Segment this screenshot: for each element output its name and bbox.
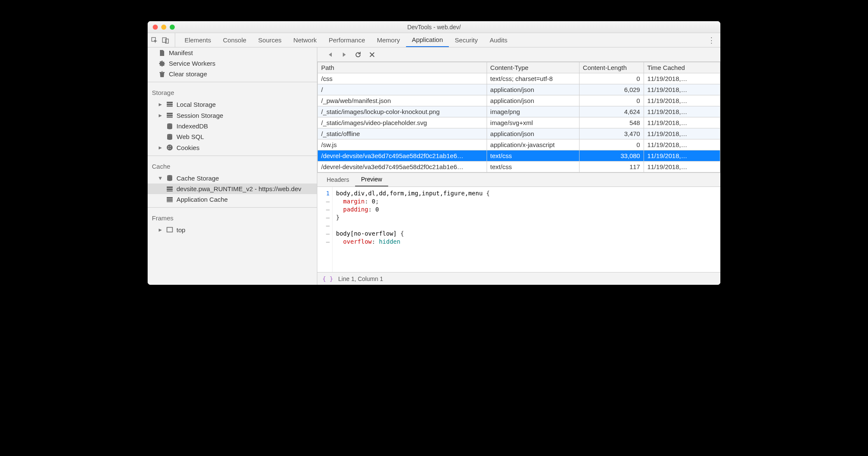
cache-table: Path Content-Type Content-Length Time Ca… xyxy=(317,62,720,172)
grid-icon xyxy=(166,101,173,108)
grid-icon xyxy=(166,186,173,192)
svg-rect-5 xyxy=(167,106,173,107)
table-header-row: Path Content-Type Content-Length Time Ca… xyxy=(318,62,720,73)
sidebar-item-clear-storage[interactable]: Clear storage xyxy=(148,69,317,79)
table-cell: /_static/images/video-placeholder.svg xyxy=(318,117,487,128)
gutter-dash: – xyxy=(317,222,330,230)
svg-point-16 xyxy=(167,175,172,177)
table-row[interactable]: /_static/offlineapplication/json3,47011/… xyxy=(318,128,720,139)
subtab-preview[interactable]: Preview xyxy=(355,173,388,186)
table-cell: /devrel-devsite/va3e6d7c495ae58d2f0c21ab… xyxy=(318,150,487,161)
svg-rect-18 xyxy=(167,189,173,190)
tab-performance[interactable]: Performance xyxy=(323,33,371,47)
tab-console[interactable]: Console xyxy=(217,33,252,47)
sidebar-item-cache-storage[interactable]: ▾ Cache Storage xyxy=(148,172,317,184)
svg-rect-8 xyxy=(167,117,173,118)
sidebar-label: Cookies xyxy=(176,144,199,151)
table-row[interactable]: /devrel-devsite/va3e6d7c495ae58d2f0c21ab… xyxy=(318,150,720,161)
minimize-window-button[interactable] xyxy=(161,25,166,30)
sidebar-item-local-storage[interactable]: ▸ Local Storage xyxy=(148,99,317,110)
table-row[interactable]: /devrel-devsite/va3e6d7c495ae58d2f0c21ab… xyxy=(318,161,720,172)
close-window-button[interactable] xyxy=(153,25,158,30)
table-cell: 117 xyxy=(579,161,644,172)
zoom-window-button[interactable] xyxy=(170,25,175,30)
gutter-dash: – xyxy=(317,230,330,238)
devtools-window: DevTools - web.dev/ Elements Console Sou… xyxy=(148,21,720,285)
table-cell: /_pwa/web/manifest.json xyxy=(318,95,487,106)
tab-memory[interactable]: Memory xyxy=(371,33,406,47)
device-toggle-icon[interactable] xyxy=(162,37,169,44)
table-cell: /_static/offline xyxy=(318,128,487,139)
sidebar-item-manifest[interactable]: Manifest xyxy=(148,47,317,58)
tab-elements[interactable]: Elements xyxy=(179,33,217,47)
chevron-right-icon: ▸ xyxy=(159,144,163,151)
subtab-headers[interactable]: Headers xyxy=(321,173,355,186)
tab-application[interactable]: Application xyxy=(406,33,449,47)
sidebar-label: Clear storage xyxy=(169,70,207,78)
col-content-length[interactable]: Content-Length xyxy=(579,62,644,73)
main-panel: Path Content-Type Content-Length Time Ca… xyxy=(317,47,720,285)
svg-point-12 xyxy=(168,146,169,147)
svg-rect-22 xyxy=(167,201,173,202)
code-token: { xyxy=(400,230,404,237)
cursor-position: Line 1, Column 1 xyxy=(338,275,383,282)
table-cell: 6,029 xyxy=(579,84,644,95)
tab-audits[interactable]: Audits xyxy=(484,33,513,47)
code-preview: 1 – – – – – – body,div,dl,dd,form,img,in… xyxy=(317,187,720,272)
overflow-menu-icon[interactable]: ⋮ xyxy=(708,36,714,45)
window-title: DevTools - web.dev/ xyxy=(148,24,720,31)
sidebar-item-session-storage[interactable]: ▸ Session Storage xyxy=(148,110,317,121)
svg-rect-19 xyxy=(167,191,173,192)
table-cell: 33,080 xyxy=(579,150,644,161)
svg-rect-3 xyxy=(167,102,173,103)
table-cell: 11/19/2018,… xyxy=(644,84,720,95)
grid-icon xyxy=(166,112,173,119)
sidebar-label: Cache Storage xyxy=(176,175,219,182)
table-cell: 11/19/2018,… xyxy=(644,161,720,172)
refresh-button[interactable] xyxy=(355,51,361,58)
inspect-element-icon[interactable] xyxy=(151,37,158,44)
svg-rect-21 xyxy=(167,199,173,201)
table-row[interactable]: /_static/images/lockup-color-knockout.pn… xyxy=(318,106,720,117)
tab-security[interactable]: Security xyxy=(449,33,484,47)
nav-back-button[interactable] xyxy=(328,52,333,58)
table-cell: /sw.js xyxy=(318,139,487,150)
chevron-down-icon: ▾ xyxy=(159,174,163,182)
gutter-dash: – xyxy=(317,214,330,222)
delete-button[interactable] xyxy=(369,52,375,58)
sidebar-label: IndexedDB xyxy=(176,122,208,130)
sidebar-item-web-sql[interactable]: Web SQL xyxy=(148,131,317,142)
sidebar-item-application-cache[interactable]: Application Cache xyxy=(148,194,317,205)
table-cell: 11/19/2018,… xyxy=(644,106,720,117)
table-cell: text/css; charset=utf-8 xyxy=(487,73,579,84)
table-row[interactable]: /csstext/css; charset=utf-8011/19/2018,… xyxy=(318,73,720,84)
tab-network[interactable]: Network xyxy=(288,33,323,47)
col-content-type[interactable]: Content-Type xyxy=(487,62,579,73)
sidebar-item-cookies[interactable]: ▸ Cookies xyxy=(148,142,317,153)
col-time-cached[interactable]: Time Cached xyxy=(644,62,720,73)
nav-forward-button[interactable] xyxy=(341,52,347,58)
grid-icon xyxy=(166,196,173,203)
code-body[interactable]: body,div,dl,dd,form,img,input,figure,men… xyxy=(333,187,493,272)
table-cell: 0 xyxy=(579,95,644,106)
sidebar-item-cache-entry[interactable]: devsite.pwa_RUNTIME_v2 - https://web.dev xyxy=(148,184,317,194)
code-token: margin xyxy=(343,198,365,205)
database-icon xyxy=(166,133,173,140)
sidebar-item-indexeddb[interactable]: IndexedDB xyxy=(148,121,317,131)
sidebar-item-frames-top[interactable]: ▸ top xyxy=(148,224,317,235)
sidebar-item-service-workers[interactable]: Service Workers xyxy=(148,58,317,69)
col-path[interactable]: Path xyxy=(318,62,487,73)
svg-point-14 xyxy=(170,148,171,149)
tab-sources[interactable]: Sources xyxy=(252,33,288,47)
format-icon[interactable]: { } xyxy=(322,275,333,282)
sidebar-group-storage: Storage xyxy=(148,85,317,99)
table-row[interactable]: /_pwa/web/manifest.jsonapplication/json0… xyxy=(318,95,720,106)
svg-rect-7 xyxy=(167,115,173,117)
table-row[interactable]: /application/json6,02911/19/2018,… xyxy=(318,84,720,95)
gear-icon xyxy=(159,60,165,67)
traffic-lights xyxy=(148,25,175,30)
code-token: : xyxy=(364,198,372,205)
table-row[interactable]: /_static/images/video-placeholder.svgima… xyxy=(318,117,720,128)
table-row[interactable]: /sw.jsapplication/x-javascript011/19/201… xyxy=(318,139,720,150)
table-cell: / xyxy=(318,84,487,95)
